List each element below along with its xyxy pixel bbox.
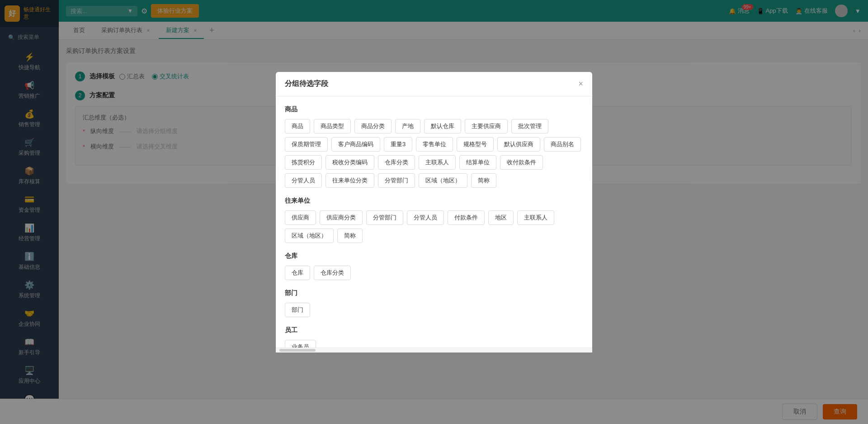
field-tag-batch[interactable]: 批次管理 [511, 119, 548, 133]
field-tag-partner-category[interactable]: 往来单位分类 [326, 173, 374, 188]
field-tag-alias[interactable]: 商品别名 [544, 137, 581, 152]
field-tag-dept[interactable]: 部门 [285, 303, 310, 317]
section-dept-title: 部门 [285, 289, 583, 297]
modal-body: 商品 商品 商品类型 商品分类 产地 默认仓库 主要供应商 批次管理 保质期管理… [276, 96, 592, 348]
field-tag-short-name-goods[interactable]: 简称 [471, 173, 496, 188]
section-employee-title: 员工 [285, 326, 583, 334]
field-tag-goods[interactable]: 商品 [285, 119, 310, 133]
field-tag-weight[interactable]: 重量3 [384, 137, 412, 152]
field-tag-warehouse-category[interactable]: 仓库分类 [378, 155, 415, 170]
field-tag-warehouse-cat[interactable]: 仓库分类 [314, 266, 351, 280]
section-dept-tags: 部门 [285, 303, 583, 317]
field-tag-spec[interactable]: 规格型号 [457, 137, 494, 152]
section-employee: 员工 业务员 [285, 326, 583, 348]
modal-overlay[interactable]: 分组待选字段 × 商品 商品 商品类型 商品分类 产地 默认仓库 主要供应商 批… [0, 0, 868, 424]
section-goods: 商品 商品 商品类型 商品分类 产地 默认仓库 主要供应商 批次管理 保质期管理… [285, 105, 583, 188]
field-tag-supplier[interactable]: 供应商 [285, 210, 316, 225]
field-tag-pick-score[interactable]: 拣货积分 [285, 155, 322, 170]
field-tag-main-supplier[interactable]: 主要供应商 [465, 119, 508, 133]
field-tag-partner-contact[interactable]: 主联系人 [517, 210, 554, 225]
field-tag-origin[interactable]: 产地 [395, 119, 420, 133]
field-tag-payment-terms[interactable]: 收付款条件 [500, 155, 543, 170]
section-dept: 部门 部门 [285, 289, 583, 317]
modal-close-button[interactable]: × [578, 79, 583, 89]
field-tag-goods-category[interactable]: 商品分类 [354, 119, 392, 133]
field-tag-partner-manager[interactable]: 分管人员 [407, 210, 444, 225]
modal-header: 分组待选字段 × [276, 72, 592, 96]
field-tag-retail-unit[interactable]: 零售单位 [416, 137, 453, 152]
field-tag-shelf-life[interactable]: 保质期管理 [285, 137, 328, 152]
section-partner-title: 往来单位 [285, 197, 583, 205]
field-tag-partner-region[interactable]: 区域（地区） [285, 229, 334, 243]
section-goods-title: 商品 [285, 105, 583, 114]
field-tag-salesperson[interactable]: 业务员 [285, 340, 316, 348]
field-tag-tax-code[interactable]: 税收分类编码 [326, 155, 374, 170]
field-tag-manager[interactable]: 分管人员 [285, 173, 322, 188]
modal-hscroll[interactable] [276, 348, 592, 353]
field-tag-default-warehouse[interactable]: 默认仓库 [424, 119, 461, 133]
field-tag-main-contact[interactable]: 主联系人 [419, 155, 456, 170]
field-tag-warehouse[interactable]: 仓库 [285, 266, 310, 280]
field-tag-supplier-category[interactable]: 供应商分类 [320, 210, 363, 225]
section-warehouse-title: 仓库 [285, 252, 583, 260]
field-tag-region-goods[interactable]: 区域（地区） [419, 173, 467, 188]
section-warehouse-tags: 仓库 仓库分类 [285, 266, 583, 280]
field-tag-customer-code[interactable]: 客户商品编码 [331, 137, 380, 152]
section-goods-tags: 商品 商品类型 商品分类 产地 默认仓库 主要供应商 批次管理 保质期管理 客户… [285, 119, 583, 188]
field-tag-payment-condition[interactable]: 付款条件 [448, 210, 485, 225]
field-tag-manage-dept[interactable]: 分管部门 [378, 173, 415, 188]
modal-title: 分组待选字段 [285, 79, 328, 89]
section-employee-tags: 业务员 [285, 340, 583, 348]
section-partner: 往来单位 供应商 供应商分类 分管部门 分管人员 付款条件 地区 主联系人 区域… [285, 197, 583, 243]
section-warehouse: 仓库 仓库 仓库分类 [285, 252, 583, 280]
hscroll-thumb [279, 349, 316, 352]
field-tag-partner-short-name[interactable]: 简称 [337, 229, 363, 243]
field-tag-default-supplier[interactable]: 默认供应商 [497, 137, 540, 152]
field-tag-partner-dept[interactable]: 分管部门 [366, 210, 403, 225]
field-tag-area[interactable]: 地区 [488, 210, 514, 225]
field-tag-goods-type[interactable]: 商品类型 [314, 119, 351, 133]
field-tag-settlement-unit[interactable]: 结算单位 [459, 155, 496, 170]
field-select-modal: 分组待选字段 × 商品 商品 商品类型 商品分类 产地 默认仓库 主要供应商 批… [276, 72, 592, 353]
section-partner-tags: 供应商 供应商分类 分管部门 分管人员 付款条件 地区 主联系人 区域（地区） … [285, 210, 583, 243]
